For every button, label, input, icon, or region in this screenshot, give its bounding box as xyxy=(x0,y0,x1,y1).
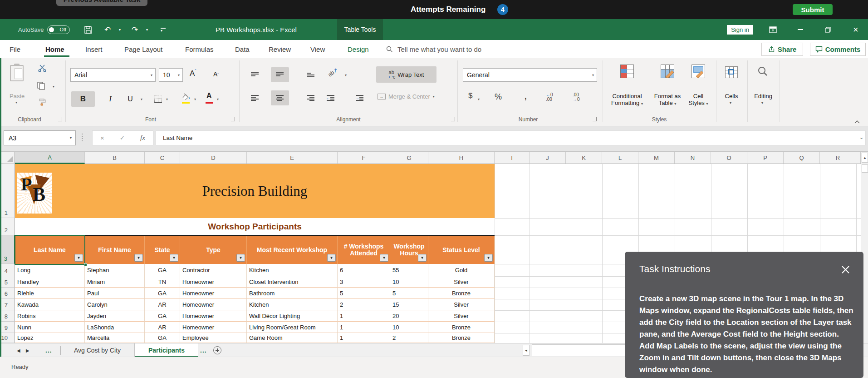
column-header[interactable]: K xyxy=(566,152,602,164)
sheet-tab-avg-cost[interactable]: Avg Cost by City xyxy=(60,343,135,357)
cut-icon[interactable] xyxy=(38,65,47,74)
filter-icon[interactable]: ▾ xyxy=(327,254,336,262)
column-header[interactable]: M xyxy=(638,152,675,164)
format-as-table-label[interactable]: Format asTable ▾ xyxy=(647,93,688,106)
cell[interactable]: Long xyxy=(15,264,85,276)
column-header[interactable]: A xyxy=(15,152,85,164)
select-all-corner[interactable] xyxy=(0,152,15,164)
cell[interactable]: Game Room xyxy=(247,333,338,343)
cell[interactable]: Nunn xyxy=(15,322,85,333)
horizontal-scroll-thumb[interactable] xyxy=(532,344,625,356)
header-workshops-attended[interactable]: # Workshops Attended▾ xyxy=(338,236,390,264)
align-top-icon[interactable] xyxy=(251,72,259,78)
paste-label[interactable]: Paste xyxy=(10,93,25,99)
cell[interactable]: TN xyxy=(145,276,180,288)
cell[interactable]: 3 xyxy=(338,276,390,288)
cell[interactable]: Kitchen xyxy=(247,299,338,310)
tab-design[interactable]: Design xyxy=(348,40,369,58)
filter-icon[interactable]: ▾ xyxy=(418,254,427,262)
font-name-combo[interactable]: Arial ▾ xyxy=(70,68,156,82)
increase-font-icon[interactable]: Aˆ xyxy=(190,69,196,78)
column-header[interactable]: F xyxy=(338,152,390,164)
cell[interactable]: Homeowner xyxy=(180,322,247,333)
column-header[interactable]: Q xyxy=(784,152,820,164)
collapse-ribbon-icon[interactable] xyxy=(854,117,860,125)
cells-label[interactable]: Cells xyxy=(722,93,740,99)
column-header[interactable]: J xyxy=(530,152,566,164)
cell[interactable]: GA xyxy=(145,264,180,276)
font-size-combo[interactable]: 10 ▾ xyxy=(159,68,183,82)
underline-dropdown-icon[interactable]: ▾ xyxy=(141,97,142,101)
column-header[interactable]: O xyxy=(711,152,747,164)
column-header[interactable]: P xyxy=(747,152,784,164)
percent-icon[interactable]: % xyxy=(495,92,502,102)
align-bottom-icon[interactable] xyxy=(307,72,314,78)
align-right-icon[interactable] xyxy=(307,95,314,101)
more-sheets-left[interactable]: ... xyxy=(45,343,52,357)
editing-label[interactable]: Editing xyxy=(751,93,775,99)
cell[interactable]: Robins xyxy=(15,310,85,322)
tell-me-search[interactable]: Tell me what you want to do xyxy=(397,40,481,58)
row-header[interactable]: 1 xyxy=(0,164,15,218)
cell[interactable]: 1 xyxy=(338,310,390,322)
decrease-decimal-icon[interactable]: .00→0 xyxy=(573,93,580,102)
underline-button[interactable]: U xyxy=(123,91,137,107)
cell[interactable]: 10 xyxy=(390,322,428,333)
cell[interactable]: Bronze xyxy=(428,322,495,333)
row-header[interactable]: 8 xyxy=(0,310,15,322)
cell[interactable]: Kawada xyxy=(15,299,85,310)
formula-content[interactable]: Last Name xyxy=(156,130,866,145)
cell[interactable]: Employee xyxy=(180,333,247,343)
conditional-formatting-icon[interactable] xyxy=(620,65,634,78)
cell-styles-icon[interactable] xyxy=(691,65,705,78)
vertical-scroll-thumb[interactable] xyxy=(862,164,868,173)
cell[interactable]: Carolyn xyxy=(85,299,145,310)
cell[interactable]: Contractor xyxy=(180,264,247,276)
ribbon-display-options-icon[interactable] xyxy=(769,19,777,40)
sheet-tab-participants[interactable]: Participants xyxy=(135,343,198,357)
cell[interactable]: AR xyxy=(145,322,180,333)
decrease-font-icon[interactable]: Aˇ xyxy=(213,70,219,78)
cell[interactable]: Living Room/Great Room xyxy=(247,322,338,333)
cell[interactable]: Bathroom xyxy=(247,288,338,299)
filter-icon[interactable]: ▾ xyxy=(380,254,388,262)
sign-in-button[interactable]: Sign in xyxy=(727,25,753,35)
cancel-icon[interactable]: × xyxy=(100,134,104,142)
minimize-icon[interactable] xyxy=(798,19,803,40)
redo-icon[interactable]: ↷ xyxy=(132,19,138,40)
header-state[interactable]: State▾ xyxy=(145,236,180,264)
insert-function-icon[interactable]: fx xyxy=(140,134,145,142)
italic-button[interactable]: I xyxy=(103,91,117,107)
cell[interactable]: 10 xyxy=(390,276,428,288)
row-header[interactable]: 6 xyxy=(0,288,15,299)
cell[interactable]: Jayden xyxy=(85,310,145,322)
align-center-button[interactable] xyxy=(271,90,289,105)
merge-center-button[interactable]: ↔ Merge & Center ▾ xyxy=(378,93,435,100)
quick-access-toolbar-icon[interactable]: ▾ xyxy=(161,19,166,40)
scroll-left-icon[interactable]: ◂ xyxy=(523,345,530,356)
cell[interactable]: 5 xyxy=(338,288,390,299)
cell[interactable]: 20 xyxy=(390,310,428,322)
row-header[interactable]: 10 xyxy=(0,333,15,343)
column-header[interactable]: D xyxy=(180,152,247,164)
row-header[interactable]: 3 xyxy=(0,235,15,264)
borders-icon[interactable] xyxy=(154,95,162,103)
cell[interactable]: Silver xyxy=(428,299,495,310)
next-sheet-icon[interactable]: ▶ xyxy=(26,343,29,357)
cell[interactable]: Marcella xyxy=(85,333,145,343)
row-header[interactable]: 4 xyxy=(0,264,15,276)
cell[interactable]: Homeowner xyxy=(180,288,247,299)
comments-button[interactable]: Comments xyxy=(810,43,866,56)
currency-dropdown-icon[interactable]: ▾ xyxy=(478,97,480,101)
tab-view[interactable]: View xyxy=(310,40,325,58)
orientation-icon[interactable]: ab↗ xyxy=(327,66,339,78)
cell[interactable]: Miriam xyxy=(85,276,145,288)
previous-task-button[interactable]: Previous Available Task xyxy=(56,0,147,6)
tab-formulas[interactable]: Formulas xyxy=(185,40,214,58)
borders-dropdown-icon[interactable]: ▾ xyxy=(166,97,168,101)
header-status-level[interactable]: Status Level▾ xyxy=(428,236,495,264)
tab-review[interactable]: Review xyxy=(269,40,291,58)
increase-decimal-icon[interactable]: ←0.00 xyxy=(546,93,553,102)
copy-icon[interactable] xyxy=(37,82,45,92)
scroll-up-icon[interactable]: ▲ xyxy=(862,153,868,163)
